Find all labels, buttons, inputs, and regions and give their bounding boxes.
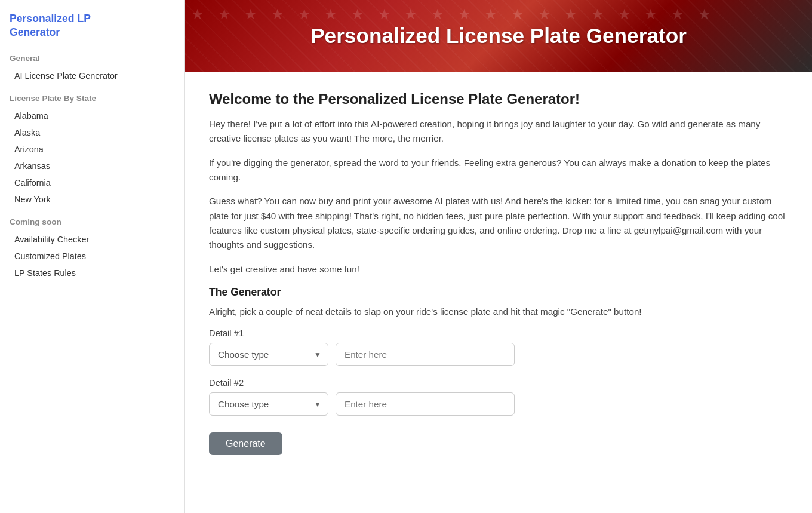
intro-para-4: Let's get creative and have some fun! [209, 262, 788, 277]
detail-1-row: Choose type Name Word Number Phrase ▼ [209, 343, 788, 366]
sidebar: Personalized LP Generator General AI Lic… [0, 0, 185, 513]
detail-1-text-input[interactable] [336, 343, 515, 366]
detail-2-section: Detail #2 Choose type Name Word Number P… [209, 378, 788, 416]
lp-by-state-section-title: License Plate By State [10, 94, 175, 103]
welcome-title: Welcome to the Personalized License Plat… [209, 91, 788, 107]
detail-2-row: Choose type Name Word Number Phrase ▼ [209, 392, 788, 416]
detail-2-label: Detail #2 [209, 378, 788, 388]
sidebar-item-arizona[interactable]: Arizona [10, 141, 175, 158]
coming-soon-section-title: Coming soon [10, 217, 175, 226]
sidebar-item-new-york[interactable]: New York [10, 191, 175, 208]
sidebar-item-alaska[interactable]: Alaska [10, 124, 175, 141]
generator-intro: Alright, pick a couple of neat details t… [209, 305, 788, 319]
main-content-area: Personalized License Plate Generator Wel… [185, 0, 812, 513]
sidebar-item-availability-checker[interactable]: Availability Checker [10, 231, 175, 248]
intro-para-3: Guess what? You can now buy and print yo… [209, 194, 788, 252]
detail-2-type-select[interactable]: Choose type Name Word Number Phrase [209, 392, 328, 416]
sidebar-item-california[interactable]: California [10, 174, 175, 191]
hero-banner: Personalized License Plate Generator [185, 0, 812, 72]
intro-para-1: Hey there! I've put a lot of effort into… [209, 117, 788, 146]
detail-1-label: Detail #1 [209, 328, 788, 338]
generator-subtitle: The Generator [209, 286, 788, 299]
sidebar-item-arkansas[interactable]: Arkansas [10, 158, 175, 174]
content-section: Welcome to the Personalized License Plat… [185, 72, 812, 513]
detail-1-select-wrapper: Choose type Name Word Number Phrase ▼ [209, 343, 328, 366]
sidebar-item-customized-plates[interactable]: Customized Plates [10, 248, 175, 265]
sidebar-item-alabama[interactable]: Alabama [10, 107, 175, 124]
intro-para-2: If you're digging the generator, spread … [209, 156, 788, 185]
hero-title: Personalized License Plate Generator [310, 24, 687, 48]
detail-1-section: Detail #1 Choose type Name Word Number P… [209, 328, 788, 366]
detail-2-text-input[interactable] [336, 392, 515, 416]
detail-2-select-wrapper: Choose type Name Word Number Phrase ▼ [209, 392, 328, 416]
detail-1-type-select[interactable]: Choose type Name Word Number Phrase [209, 343, 328, 366]
generate-button[interactable]: Generate [209, 432, 282, 455]
sidebar-item-ai-lp-gen[interactable]: AI License Plate Generator [10, 67, 175, 84]
sidebar-item-lp-states-rules[interactable]: LP States Rules [10, 265, 175, 281]
sidebar-logo: Personalized LP Generator [10, 12, 175, 39]
general-section-title: General [10, 54, 175, 63]
